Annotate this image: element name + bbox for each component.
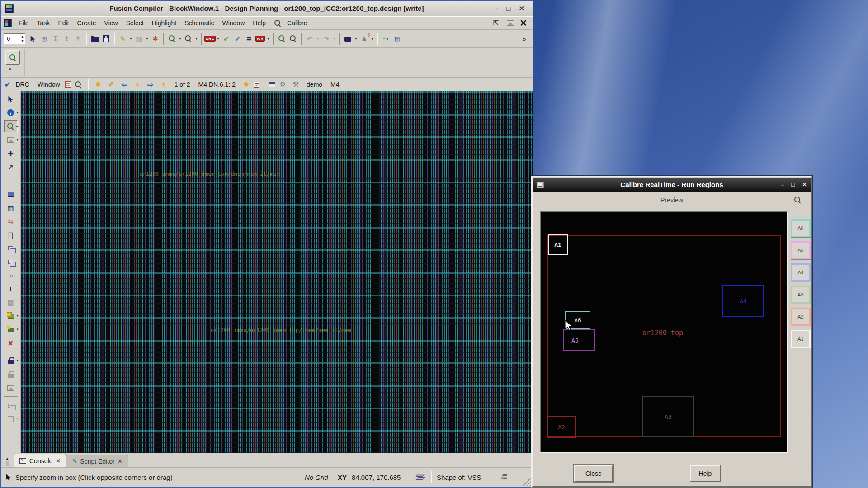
tab-script-editor[interactable]: ✎ Script Editor ✕ [66,455,128,467]
tab-scroll-control[interactable]: ▲ [4,457,11,467]
results-window-icon[interactable] [269,82,275,87]
layout-canvas[interactable]: or1200_dmmu/or1200_dmem_top/dmem/mem_it/… [21,91,533,453]
options-box-icon[interactable]: ⊞ [38,33,50,45]
menu-file[interactable]: File [14,18,33,28]
zoom-in-tool-icon[interactable]: ▾ [4,120,18,132]
rule-checklist-icon[interactable]: ≣ [243,33,255,45]
image-disabled-icon[interactable] [4,382,18,394]
copy-disabled-icon[interactable] [4,399,18,412]
redo-dropdown[interactable]: ▾ [332,33,337,45]
status-checklist-icon[interactable]: ≣✓ [502,472,508,480]
dialog-maximize-button[interactable]: □ [791,181,795,188]
add-layer-icon[interactable]: ▾ [4,310,18,322]
waive-checkbox-icon[interactable] [254,82,259,88]
current-violation-icon[interactable]: ☀ [132,79,143,90]
dialog-minimize-button[interactable]: – [781,181,784,188]
region-box-a4[interactable]: A4 [722,285,764,317]
title-bar[interactable]: Fusion Compiler - BlockWindow.1 - Design… [1,1,533,16]
message-icon[interactable] [342,33,354,45]
zoom-in-box-button[interactable] [5,50,20,65]
double-check-icon[interactable]: ✔ [232,33,243,45]
menu-select[interactable]: Select [122,18,148,28]
move-tool-icon[interactable]: ✚ [4,147,18,160]
snapshot-tool-icon[interactable]: ▾ [4,134,18,146]
region-preview-canvas[interactable]: A1 A4 A6 A5 A3 A2 or1200_top [540,211,788,453]
highlight-dropdown[interactable]: ▾ [128,33,133,45]
module-tool-icon[interactable]: ▩ [4,296,18,309]
next-violation-icon[interactable]: ⇨ [145,79,156,90]
copy-tool-icon[interactable] [4,256,18,268]
split-view-icon[interactable]: ⇆ [4,215,18,227]
delete-tool-icon[interactable]: ✘ [4,337,18,349]
region-button-a5[interactable]: A5 [791,241,811,259]
menu-calibre[interactable]: Calibre [283,18,311,28]
tab-console[interactable]: Console ✕ [14,454,66,467]
zoom-select-icon[interactable] [166,33,178,45]
maximize-button[interactable]: □ [506,5,510,13]
region-button-a2[interactable]: A2 [791,308,811,326]
grid-view-icon[interactable]: ⊞ [392,33,403,45]
search-icon[interactable] [274,20,281,27]
close-button[interactable]: ✕ [519,5,524,13]
tools-icon[interactable]: ⚒ [290,79,302,90]
select-pointer-icon[interactable] [4,93,18,105]
selection-level-spinner[interactable]: 0 ▲▼ [4,33,25,44]
zoom-in-results-icon[interactable] [276,33,288,45]
pick-tool-icon[interactable] [27,33,38,45]
users-icon[interactable]: ♟3 [359,33,370,45]
move-down-icon[interactable]: ↧ [50,33,61,45]
zoom-select-dropdown[interactable]: ▾ [178,33,183,45]
spinner-arrows[interactable]: ▲▼ [21,34,24,43]
export-view-icon[interactable]: ↗ [4,161,18,173]
unlock-tool-icon[interactable] [4,368,18,380]
chip-grid-icon[interactable]: ▾ [4,324,18,336]
highlight-brush-icon[interactable]: ✐ [106,79,117,90]
launch-tool-icon[interactable]: ↪ [380,33,392,45]
panel-raise-icon[interactable]: ⇱ [490,17,501,29]
menu-help[interactable]: Help [249,18,270,28]
save-design-icon[interactable] [100,33,112,45]
region-box-a3[interactable]: A3 [642,396,694,437]
tab-scroll-thumb[interactable] [6,461,9,466]
icv-run-icon[interactable]: ICV [255,33,266,45]
resize-grip[interactable] [522,476,532,486]
tab-scroll-up-icon[interactable]: ▲ [5,457,9,461]
region-button-a3[interactable]: A3 [791,286,811,304]
menu-schematic[interactable]: Schematic [180,18,218,28]
draw-rect-icon[interactable] [4,188,18,200]
tab-script-editor-close-icon[interactable]: ✕ [118,458,123,465]
marquee-select-icon[interactable] [4,174,18,187]
results-form-icon[interactable] [65,81,71,88]
lock-tool-icon[interactable]: ▾ [4,355,18,367]
menu-window[interactable]: Window [218,18,249,28]
show-all-violations-icon[interactable]: ☀ [158,79,170,90]
menu-edit[interactable]: Edit [54,18,73,28]
zoom-box-dropdown[interactable]: ▾ [9,67,11,71]
hierarchy-view-icon[interactable]: ▦ [4,202,18,214]
open-design-icon[interactable] [89,33,100,45]
move-up-icon[interactable]: ↥ [61,33,72,45]
close-button[interactable]: Close [574,465,613,482]
verify-check-icon[interactable]: ✔ [221,33,232,45]
highlight-all-icon[interactable]: ✺ [93,79,104,90]
shape-disabled-icon[interactable]: ▾ [4,413,18,425]
snapshot-icon[interactable] [507,20,514,26]
clear-highlight-icon[interactable]: ▨ [133,33,145,45]
copy-delete-icon[interactable] [4,242,18,254]
users-dropdown[interactable]: ▾ [370,33,375,45]
menu-task[interactable]: Task [33,18,54,28]
close-view-icon[interactable]: ✕ [519,18,527,28]
toolbar-overflow-chevron[interactable]: » [519,33,530,45]
move-top-icon[interactable]: ↟ [72,33,84,45]
drc-run-dropdown[interactable]: ▾ [216,33,221,45]
net-trace-icon[interactable]: ∞ [4,269,18,282]
region-box-a1[interactable]: A1 [548,234,568,255]
message-dropdown[interactable]: ▾ [354,33,359,45]
zoom-tool-icon[interactable] [183,33,194,45]
region-button-a1[interactable]: A1 [791,330,811,348]
region-button-a4[interactable]: A4 [791,263,811,282]
undo-dropdown[interactable]: ▾ [316,33,321,45]
menu-create[interactable]: Create [73,18,100,28]
previous-violation-icon[interactable]: ⇦ [119,79,130,90]
zoom-out-results-icon[interactable] [288,33,299,45]
